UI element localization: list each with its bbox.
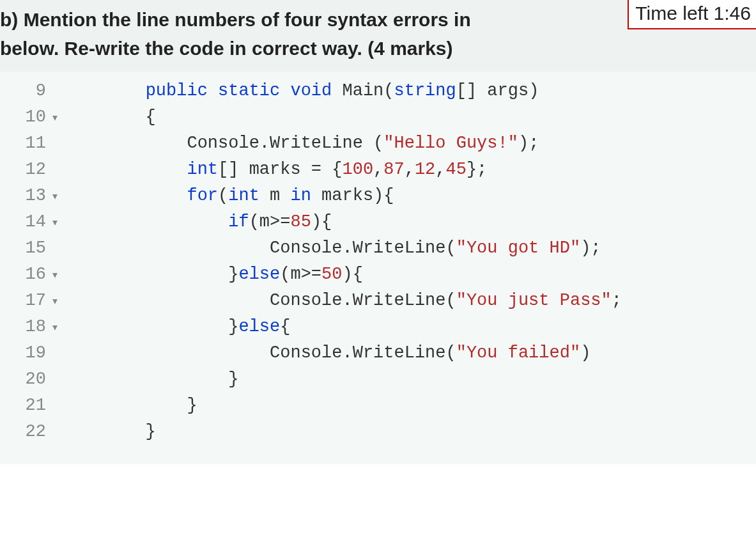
question-header: Time left 1:46 b) Mention the line numbe… xyxy=(0,0,756,72)
fold-icon xyxy=(51,423,63,442)
line-number: 18 xyxy=(0,314,51,340)
line-number: 15 xyxy=(0,235,51,262)
line-number: 10 xyxy=(0,104,51,130)
code-line: 19 Console.WriteLine("You failed") xyxy=(0,340,756,366)
fold-icon[interactable]: ▾ xyxy=(51,187,63,207)
code-content: } xyxy=(63,419,756,445)
code-line: 16▾ }else(m>=50){ xyxy=(0,262,756,288)
code-line: 22 } xyxy=(0,419,756,445)
timer-label: Time left 1:46 xyxy=(635,3,751,24)
code-line: 18▾ }else{ xyxy=(0,314,756,340)
code-line: 14▾ if(m>=85){ xyxy=(0,209,756,235)
code-line: 10▾ { xyxy=(0,104,756,130)
line-number: 9 xyxy=(0,78,51,104)
code-content: { xyxy=(63,104,756,130)
code-content: } xyxy=(63,366,756,393)
timer-box: Time left 1:46 xyxy=(628,0,756,29)
line-number: 22 xyxy=(0,419,51,445)
fold-icon[interactable]: ▾ xyxy=(51,109,63,128)
fold-icon[interactable]: ▾ xyxy=(51,292,63,311)
code-content: } xyxy=(63,393,756,419)
code-content: Console.WriteLine("You got HD"); xyxy=(63,235,756,262)
code-content: Console.WriteLine("You failed") xyxy=(63,340,756,366)
fold-icon xyxy=(51,82,63,102)
code-content: }else(m>=50){ xyxy=(63,262,756,288)
line-number: 13 xyxy=(0,183,51,209)
line-number: 16 xyxy=(0,262,51,288)
code-content: public static void Main(string[] args) xyxy=(63,78,756,104)
question-line-2: below. Re-write the code in correct way.… xyxy=(0,38,453,59)
code-content: int[] marks = {100,87,12,45}; xyxy=(63,157,756,183)
fold-icon xyxy=(51,345,63,364)
code-line: 13▾ for(int m in marks){ xyxy=(0,183,756,209)
fold-icon[interactable]: ▾ xyxy=(51,266,63,285)
code-content: }else{ xyxy=(63,314,756,340)
code-line: 17▾ Console.WriteLine("You just Pass"; xyxy=(0,288,756,314)
line-number: 17 xyxy=(0,288,51,314)
code-line: 20 } xyxy=(0,366,756,393)
fold-icon xyxy=(51,161,63,180)
code-line: 15 Console.WriteLine("You got HD"); xyxy=(0,235,756,262)
code-line: 12 int[] marks = {100,87,12,45}; xyxy=(0,157,756,183)
question-line-1: b) Mention the line numbers of four synt… xyxy=(0,9,471,30)
fold-icon xyxy=(51,371,63,390)
line-number: 11 xyxy=(0,130,51,157)
code-line: 21 } xyxy=(0,393,756,419)
line-number: 21 xyxy=(0,393,51,419)
code-content: Console.WriteLine ("Hello Guys!"); xyxy=(63,130,756,157)
line-number: 19 xyxy=(0,340,51,366)
fold-icon[interactable]: ▾ xyxy=(51,214,63,233)
line-number: 12 xyxy=(0,157,51,183)
code-content: Console.WriteLine("You just Pass"; xyxy=(63,288,756,314)
line-number: 20 xyxy=(0,366,51,393)
code-editor: 9 public static void Main(string[] args)… xyxy=(0,72,756,464)
line-number: 14 xyxy=(0,209,51,235)
fold-icon xyxy=(51,135,63,154)
code-content: for(int m in marks){ xyxy=(63,183,756,209)
code-line: 9 public static void Main(string[] args) xyxy=(0,78,756,104)
fold-icon[interactable]: ▾ xyxy=(51,318,63,338)
fold-icon xyxy=(51,397,63,416)
code-line: 11 Console.WriteLine ("Hello Guys!"); xyxy=(0,130,756,157)
code-content: if(m>=85){ xyxy=(63,209,756,235)
fold-icon xyxy=(51,240,63,259)
